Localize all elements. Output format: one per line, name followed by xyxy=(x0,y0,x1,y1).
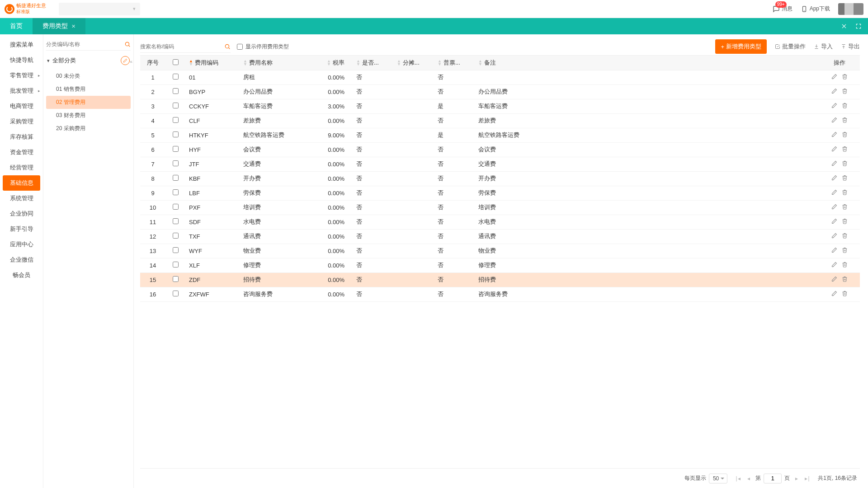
edit-icon[interactable] xyxy=(831,291,837,296)
table-row[interactable]: 12TXF通讯费0.00%否否通讯费 xyxy=(140,229,860,244)
table-row[interactable]: 4CLF差旅费0.00%否否差旅费 xyxy=(140,113,860,128)
row-checkbox[interactable] xyxy=(173,160,179,166)
table-row[interactable]: 8KBF开办费0.00%否否开办费 xyxy=(140,171,860,186)
th-select-all[interactable] xyxy=(165,56,185,70)
tab-expense-type[interactable]: 费用类型 ✕ xyxy=(33,18,85,34)
page-size-select[interactable]: 50 xyxy=(709,474,727,483)
delete-icon[interactable] xyxy=(842,146,848,152)
nav-item[interactable]: 搜索菜单 xyxy=(0,37,43,52)
delete-icon[interactable] xyxy=(842,247,848,253)
edit-icon[interactable] xyxy=(831,175,837,181)
avatar[interactable] xyxy=(838,3,863,15)
row-checkbox[interactable] xyxy=(173,262,179,267)
nav-item[interactable]: 企业协同 xyxy=(0,206,43,221)
nav-item[interactable]: 资金管理 xyxy=(0,145,43,160)
th-rate[interactable]: ▲▼税率 xyxy=(316,56,353,70)
delete-icon[interactable] xyxy=(842,131,848,137)
edit-icon[interactable] xyxy=(831,74,837,80)
delete-icon[interactable] xyxy=(842,74,848,80)
import-button[interactable]: 导入 xyxy=(814,42,833,51)
fullscreen-button[interactable] xyxy=(853,20,864,32)
delete-icon[interactable] xyxy=(842,160,848,166)
nav-item[interactable]: 企业微信 xyxy=(0,252,43,267)
edit-icon[interactable] xyxy=(831,233,837,239)
nav-item[interactable]: 基础信息 xyxy=(3,175,40,191)
edit-icon[interactable] xyxy=(831,204,837,210)
next-page-button[interactable]: ▸ xyxy=(793,474,801,483)
nav-item[interactable]: 新手引导 xyxy=(0,221,43,237)
delete-icon[interactable] xyxy=(842,204,848,210)
delete-icon[interactable] xyxy=(842,262,848,267)
row-checkbox[interactable] xyxy=(173,117,179,123)
category-all[interactable]: ▾ 全部分类 xyxy=(46,53,131,68)
tab-close-all-button[interactable] xyxy=(838,20,850,32)
th-code[interactable]: ▲▼费用编码 xyxy=(185,56,240,70)
add-button[interactable]: + 新增费用类型 xyxy=(715,39,767,54)
row-checkbox[interactable] xyxy=(173,204,179,210)
nav-item[interactable]: 零售管理▸ xyxy=(0,68,43,83)
th-bool2[interactable]: ▲▼分摊... xyxy=(393,56,434,70)
row-checkbox[interactable] xyxy=(173,146,179,152)
select-all-checkbox[interactable] xyxy=(173,59,179,65)
table-row[interactable]: 14XLF修理费0.00%否否修理费 xyxy=(140,258,860,272)
show-disabled-input[interactable] xyxy=(237,44,243,50)
th-bool1[interactable]: ▲▼是否... xyxy=(353,56,393,70)
table-row[interactable]: 3CCKYF车船客运费3.00%否是车船客运费 xyxy=(140,99,860,113)
edit-icon[interactable] xyxy=(831,189,837,195)
tab-home[interactable]: 首页 xyxy=(0,18,33,34)
row-checkbox[interactable] xyxy=(173,233,179,239)
table-row[interactable]: 13WYF物业费0.00%否否物业费 xyxy=(140,244,860,258)
delete-icon[interactable] xyxy=(842,117,848,123)
first-page-button[interactable]: ∣◂ xyxy=(734,474,742,483)
row-checkbox[interactable] xyxy=(173,276,179,282)
delete-icon[interactable] xyxy=(842,175,848,181)
edit-icon[interactable] xyxy=(831,131,837,137)
edit-icon[interactable] xyxy=(831,247,837,253)
category-item[interactable]: 00 未分类 xyxy=(46,70,131,83)
batch-button[interactable]: 批量操作 xyxy=(775,42,806,51)
org-selector[interactable]: ▾ xyxy=(59,3,140,15)
messages-button[interactable]: 99+ 消息 xyxy=(773,5,793,13)
table-row[interactable]: 10PXF培训费0.00%否否培训费 xyxy=(140,200,860,215)
nav-item[interactable]: 批发管理▸ xyxy=(0,83,43,99)
category-item[interactable]: 03 财务费用 xyxy=(46,109,131,122)
nav-item[interactable]: 电商管理 xyxy=(0,99,43,114)
category-search-input[interactable] xyxy=(46,41,124,47)
table-row[interactable]: 7JTF交通费0.00%否否交通费 xyxy=(140,157,860,171)
table-row[interactable]: 15ZDF招待费0.00%否否招待费 xyxy=(140,272,860,287)
nav-item[interactable]: 畅会员 xyxy=(0,267,43,283)
category-item[interactable]: 01 销售费用 xyxy=(46,83,131,96)
row-checkbox[interactable] xyxy=(173,175,179,181)
edit-icon[interactable] xyxy=(831,146,837,152)
panel-collapse-button[interactable]: « xyxy=(128,56,134,67)
nav-item[interactable]: 系统管理 xyxy=(0,191,43,206)
last-page-button[interactable]: ▸∣ xyxy=(803,474,811,483)
edit-icon[interactable] xyxy=(831,276,837,282)
th-remark[interactable]: ▲▼备注 xyxy=(475,56,819,70)
table-row[interactable]: 2BGYP办公用品费0.00%否否办公用品费 xyxy=(140,84,860,99)
delete-icon[interactable] xyxy=(842,233,848,239)
delete-icon[interactable] xyxy=(842,218,848,224)
page-input[interactable] xyxy=(764,474,782,483)
th-bool3[interactable]: ▲▼普票... xyxy=(434,56,475,70)
edit-icon[interactable] xyxy=(831,117,837,123)
app-download-button[interactable]: App下载 xyxy=(801,5,830,13)
row-checkbox[interactable] xyxy=(173,103,179,108)
nav-item[interactable]: 采购管理 xyxy=(0,114,43,129)
category-item[interactable]: 20 采购费用 xyxy=(46,122,131,135)
table-row[interactable]: 9LBF劳保费0.00%否否劳保费 xyxy=(140,186,860,200)
delete-icon[interactable] xyxy=(842,276,848,282)
th-name[interactable]: ▲▼费用名称 xyxy=(240,56,316,70)
row-checkbox[interactable] xyxy=(173,247,179,253)
search-icon[interactable] xyxy=(224,43,231,50)
table-wrap[interactable]: 序号 ▲▼费用编码 ▲▼费用名称 ▲▼税率 ▲▼是否... ▲▼分摊... ▲▼… xyxy=(140,55,860,468)
nav-item[interactable]: 快捷导航 xyxy=(0,52,43,68)
edit-icon[interactable] xyxy=(831,160,837,166)
edit-icon[interactable] xyxy=(831,218,837,224)
delete-icon[interactable] xyxy=(842,189,848,195)
delete-icon[interactable] xyxy=(842,88,848,94)
row-checkbox[interactable] xyxy=(173,74,179,80)
edit-icon[interactable] xyxy=(831,103,837,108)
delete-icon[interactable] xyxy=(842,291,848,296)
show-disabled-checkbox[interactable]: 显示停用费用类型 xyxy=(237,43,289,51)
